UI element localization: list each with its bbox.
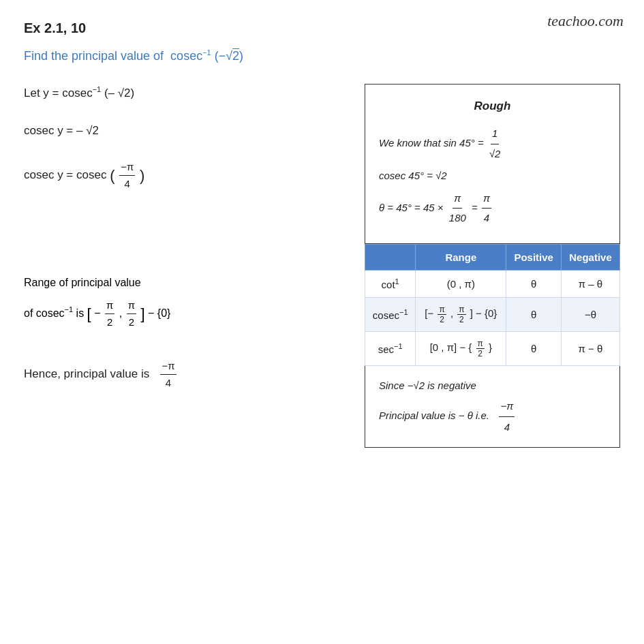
rough-frac2: π 180 (448, 189, 467, 228)
trig-table: Range Positive Negative cot1 (0 , π) θ π… (365, 244, 620, 366)
brand-logo: teachoo.com (547, 12, 624, 30)
range-sec: [0 , π] − { π 2 } (416, 331, 506, 365)
rough-box: Rough We know that sin 45° = 1 √2 cosec … (365, 84, 620, 244)
table-row: sec−1 [0 , π] − { π 2 } θ π − θ (365, 331, 620, 365)
step1: Let y = cosec−1 (– √2) (24, 84, 351, 102)
col-header-positive: Positive (506, 244, 562, 270)
since-box: Since −√2 is negative Principal value is… (365, 366, 620, 448)
pos-cosec: θ (506, 297, 562, 331)
since-line1: Since −√2 is negative (379, 375, 606, 396)
neg-cot: π – θ (561, 270, 619, 297)
hence-line: Hence, principal value is −π 4 (24, 358, 351, 391)
step2: cosec y = – √2 (24, 121, 351, 140)
main-content: Let y = cosec−1 (– √2) cosec y = – √2 co… (24, 84, 620, 448)
range-frac1: π 2 (105, 297, 114, 331)
func-sec: sec−1 (365, 331, 416, 365)
range-sec-frac: π 2 (476, 339, 485, 358)
col-header-empty (365, 244, 416, 270)
since-frac: −π 4 (499, 396, 515, 438)
range-frac2: π 2 (127, 297, 136, 331)
step3-frac: −π 4 (119, 159, 135, 192)
question: Find the principal value of cosec−1 (−√2… (24, 48, 620, 63)
range-label1: Range of principal value (24, 274, 351, 292)
range-label2: of cosec−1 is [ − π 2 , π 2 ] − {0} (24, 297, 351, 331)
left-side: Let y = cosec−1 (– √2) cosec y = – √2 co… (24, 84, 365, 410)
col-header-negative: Negative (561, 244, 619, 270)
rough-line2: cosec 45° = √2 (379, 166, 606, 186)
rough-frac1: 1 √2 (488, 124, 502, 164)
table-row: cosec−1 [− π 2 , π 2 (365, 297, 620, 331)
table-row: cot1 (0 , π) θ π – θ (365, 270, 620, 297)
rough-frac3: π 4 (482, 189, 491, 228)
rough-title: Rough (379, 95, 606, 117)
func-cosec: cosec−1 (365, 297, 416, 331)
range-cosec: [− π 2 , π 2 ] − {0} (416, 297, 506, 331)
col-header-range: Range (416, 244, 506, 270)
neg-sec: π − θ (561, 331, 619, 365)
right-side: Rough We know that sin 45° = 1 √2 cosec … (365, 84, 620, 448)
range-section: Range of principal value of cosec−1 is [… (24, 274, 351, 331)
since-line2: Principal value is − θ i.e. −π 4 (379, 396, 606, 438)
func-cot: cot1 (365, 270, 416, 297)
page: teachoo.com Ex 2.1, 10 Find the principa… (0, 0, 644, 644)
range-cot: (0 , π) (416, 270, 506, 297)
rough-line3: θ = 45° = 45 × π 180 = π 4 (379, 189, 606, 228)
pos-cot: θ (506, 270, 562, 297)
hence-frac: −π 4 (160, 358, 176, 391)
step3: cosec y = cosec ( −π 4 ) (24, 159, 351, 192)
range-cosec-frac2: π 2 (457, 305, 465, 324)
range-cosec-frac1: π 2 (438, 305, 446, 324)
ex-title: Ex 2.1, 10 (24, 20, 620, 36)
pos-sec: θ (506, 331, 562, 365)
neg-cosec: −θ (561, 297, 619, 331)
rough-line1: We know that sin 45° = 1 √2 (379, 124, 606, 164)
